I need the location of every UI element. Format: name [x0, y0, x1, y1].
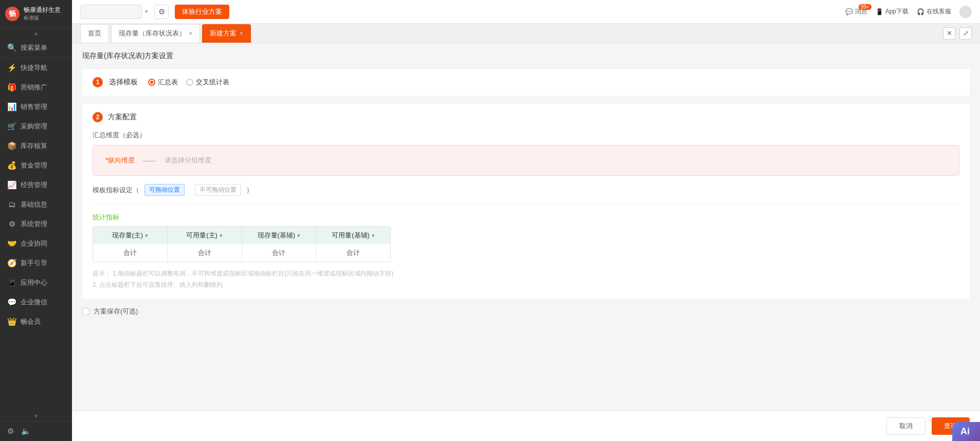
online-service-button[interactable]: 🎧 在线客服 — [917, 7, 951, 16]
indicator-settings-row: 模板指标设定（ 可拖动位置 不可拖动位置 ） — [93, 184, 959, 196]
no-drag-tag: 不可拖动位置 — [195, 184, 241, 196]
sidebar-item-label: 经营管理 — [21, 180, 47, 190]
sidebar-item-sales[interactable]: 📊 销售管理 — [0, 97, 72, 117]
cancel-button[interactable]: 取消 — [886, 417, 925, 435]
app-edition: 标准版 — [24, 14, 61, 22]
sidebar-item-purchase[interactable]: 🛒 采购管理 — [0, 117, 72, 136]
settings-icon[interactable]: ⚙ — [7, 427, 14, 436]
tab-home[interactable]: 首页 — [80, 24, 109, 43]
step2-section: 2 方案配置 汇总维度（必选） *纵向维度 —— 请选择分组维度 模板指标设定（… — [82, 104, 970, 299]
indicator-settings: 模板指标设定（ 可拖动位置 不可拖动位置 ） — [93, 184, 959, 196]
stats-table: 现存量(主) ▾ 可用量(主) ▾ 现存量(基辅) ▾ 可用量(基辅) ▾ — [93, 226, 391, 262]
quick-nav-icon: ⚡ — [7, 63, 16, 72]
stats-col-1[interactable]: 现存量(主) ▾ — [93, 227, 168, 244]
tab-expand-btn[interactable]: ⤢ — [959, 27, 972, 40]
sidebar-scroll-up[interactable]: ▲ — [0, 28, 72, 38]
sidebar-item-system[interactable]: ⚙ 系统管理 — [0, 214, 72, 234]
tab-close-btn[interactable]: ✕ — [943, 27, 955, 40]
header-dropdown-arrow[interactable]: ▾ — [145, 8, 148, 15]
tab-new-plan-close[interactable]: × — [240, 30, 243, 37]
radio-cross-table[interactable]: 交叉统计表 — [186, 78, 229, 87]
marketing-icon: 🎁 — [7, 83, 16, 92]
top-header: ▾ ⚙ 体验行业方案 💬 消息 99+ 📱 App下载 🎧 在线客服 — [72, 0, 980, 24]
sidebar-item-guide[interactable]: 🧭 新手引导 — [0, 253, 72, 273]
stats-cell-1: 合计 — [93, 244, 168, 262]
stats-col-3-dropdown[interactable]: ▾ — [297, 232, 300, 239]
sidebar-item-app-center[interactable]: 📱 应用中心 — [0, 273, 72, 292]
footer-bar: 取消 查询 — [72, 411, 980, 441]
sidebar-item-label: 销售管理 — [21, 102, 47, 112]
sidebar-bottom: ⚙ 🔈 — [0, 421, 72, 441]
tabs-bar: 首页 现存量（库存状况表） × 新建方案 × ✕ ⤢ — [72, 24, 980, 43]
header-search-input[interactable] — [80, 5, 142, 19]
sales-icon: 📊 — [7, 102, 16, 112]
sidebar-item-label: 新手引导 — [21, 259, 47, 268]
stats-col-4-dropdown[interactable]: ▾ — [372, 232, 375, 239]
stats-cell-4: 合计 — [316, 244, 390, 262]
indicator-close-paren: ） — [246, 186, 253, 195]
stats-title: 统计指标 — [93, 213, 959, 222]
sidebar-item-label: 采购管理 — [21, 122, 47, 131]
stats-col-4-label: 可用量(基辅) — [332, 231, 370, 240]
radio-cross-label: 交叉统计表 — [196, 78, 229, 87]
stats-col-2[interactable]: 可用量(主) ▾ — [168, 227, 242, 244]
app-download-label: App下载 — [885, 7, 909, 16]
tab-new-plan[interactable]: 新建方案 × — [202, 24, 251, 43]
sidebar-item-inventory[interactable]: 📦 库存核算 — [0, 136, 72, 156]
dim-section-label: 汇总维度（必选） — [93, 131, 959, 140]
save-option: 方案保存(可选) — [82, 307, 970, 316]
stats-table-body: 合计 合计 合计 合计 — [93, 244, 390, 262]
dim-field-label: *纵向维度 — [105, 156, 135, 165]
sidebar: 畅 畅康通好生意 标准版 ▲ 🔍 搜索菜单 ⚡ 快捷导航 🎁 营销推广 📊 销售… — [0, 0, 72, 441]
user-avatar[interactable] — [959, 6, 972, 18]
header-gear-button[interactable]: ⚙ — [154, 5, 169, 19]
sidebar-item-marketing[interactable]: 🎁 营销推广 — [0, 78, 72, 97]
stats-col-2-dropdown[interactable]: ▾ — [220, 232, 223, 239]
sidebar-item-label: 系统管理 — [21, 219, 47, 229]
sidebar-scroll-down[interactable]: ▼ — [0, 411, 72, 421]
dimension-area[interactable]: *纵向维度 —— 请选择分组维度 — [93, 145, 959, 176]
message-button[interactable]: 💬 消息 99+ — [845, 7, 867, 16]
app-download-icon: 📱 — [876, 8, 883, 15]
tab-new-plan-label: 新建方案 — [210, 29, 237, 38]
step1-row: 1 选择模板 汇总表 交叉统计表 — [93, 77, 959, 87]
dim-placeholder: 请选择分组维度 — [165, 156, 211, 165]
save-checkbox[interactable] — [82, 308, 89, 315]
sidebar-item-cooperation[interactable]: 🤝 企业协同 — [0, 234, 72, 253]
drag-tag: 可拖动位置 — [144, 184, 185, 196]
stats-cell-3: 合计 — [242, 244, 317, 262]
radio-summary-table[interactable]: 汇总表 — [148, 78, 178, 87]
sidebar-item-management[interactable]: 📈 经营管理 — [0, 175, 72, 195]
radio-summary-dot — [148, 79, 155, 86]
trial-button[interactable]: 体验行业方案 — [175, 5, 229, 19]
stats-table-header: 现存量(主) ▾ 可用量(主) ▾ 现存量(基辅) ▾ 可用量(基辅) ▾ — [93, 227, 390, 244]
sidebar-item-finance[interactable]: 💰 资金管理 — [0, 156, 72, 175]
dim-dash: —— — [143, 157, 156, 164]
scroll-down-arrow[interactable]: ▼ — [32, 412, 40, 420]
app-center-icon: 📱 — [7, 278, 16, 287]
stats-col-3[interactable]: 现存量(基辅) ▾ — [242, 227, 317, 244]
sidebar-item-wechat[interactable]: 💬 企业微信 — [0, 292, 72, 312]
stats-col-1-dropdown[interactable]: ▾ — [145, 232, 148, 239]
sidebar-item-search[interactable]: 🔍 搜索菜单 — [0, 38, 72, 58]
tab-inventory-label: 现存量（库存状况表） — [119, 29, 186, 38]
tab-inventory-status[interactable]: 现存量（库存状况表） × — [111, 24, 200, 43]
scroll-up-arrow[interactable]: ▲ — [32, 29, 40, 37]
sidebar-item-label: 基础信息 — [21, 200, 47, 209]
sidebar-item-label: 企业微信 — [21, 298, 47, 307]
management-icon: 📈 — [7, 180, 16, 190]
tip-label: 提示： — [93, 270, 111, 277]
sidebar-item-label: 企业协同 — [21, 239, 47, 248]
sidebar-item-basic-info[interactable]: 🗂 基础信息 — [0, 195, 72, 214]
sidebar-item-member[interactable]: 👑 畅会员 — [0, 312, 72, 332]
ai-badge[interactable]: Ai — [952, 422, 980, 441]
app-download-button[interactable]: 📱 App下载 — [876, 7, 909, 16]
stats-col-4[interactable]: 可用量(基辅) ▾ — [316, 227, 390, 244]
sidebar-item-label: 库存核算 — [21, 141, 47, 151]
sidebar-item-quick-nav[interactable]: ⚡ 快捷导航 — [0, 58, 72, 78]
sidebar-item-label: 营销推广 — [21, 83, 47, 92]
tab-inventory-close[interactable]: × — [189, 30, 192, 37]
cooperation-icon: 🤝 — [7, 239, 16, 248]
online-service-label: 在线客服 — [927, 7, 951, 16]
volume-icon[interactable]: 🔈 — [21, 427, 31, 436]
